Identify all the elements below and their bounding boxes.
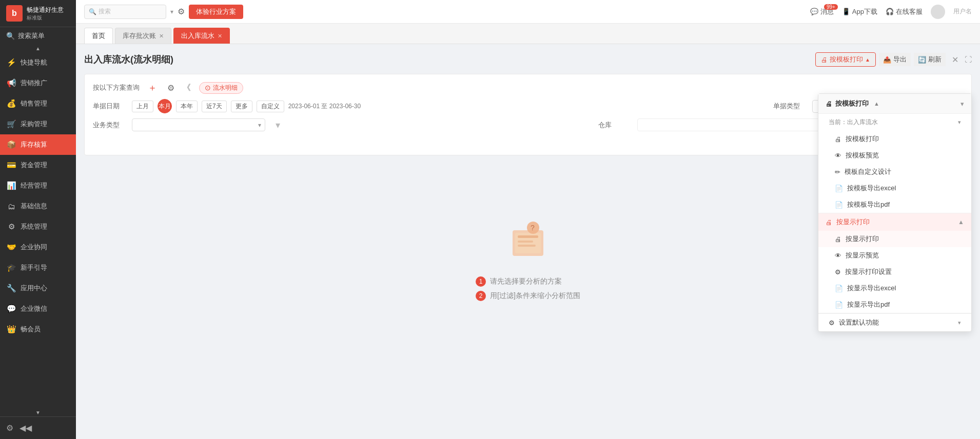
dropdown-item-template-excel[interactable]: 📄 按模板导出excel	[818, 180, 971, 196]
maximize-btn[interactable]: ⛶	[965, 55, 972, 64]
sidebar-item-marketing[interactable]: 📢 营销推广	[0, 73, 76, 93]
dropdown-item-display-preview[interactable]: 👁 按显示预览	[818, 247, 971, 264]
collapse-sidebar-icon[interactable]: ◀◀	[19, 423, 32, 433]
wecom-icon: 💬	[6, 304, 16, 314]
settings-icon[interactable]: ⚙	[6, 423, 13, 433]
tabs-bar: 首页 库存批次账 ✕ 出入库流水 ✕	[76, 24, 980, 44]
dropdown-item-template-preview[interactable]: 👁 按模板预览	[818, 147, 971, 164]
logo-text: 畅捷通好生意 标准版	[27, 6, 64, 22]
tab-flow-label: 出入库流水	[181, 31, 214, 41]
refresh-btn[interactable]: 🔄 刷新	[914, 53, 946, 66]
filter-row-1: 按以下方案查询 ＋ ⚙ 《 ⊙ 流水明细	[93, 82, 963, 94]
topbar-search-box[interactable]: 🔍 搜索	[84, 5, 166, 19]
service-icon: 🎧	[886, 8, 894, 15]
tab-batch[interactable]: 库存批次账 ✕	[115, 28, 171, 44]
date-btn-last-month[interactable]: 上月	[132, 101, 153, 112]
topbar-gear-icon[interactable]: ⚙	[178, 7, 185, 16]
sidebar-item-shortcut[interactable]: ⚡ 快捷导航	[0, 52, 76, 73]
message-btn[interactable]: 💬 消息 99+	[810, 7, 834, 16]
sidebar-item-enterprise[interactable]: 🤝 企业协同	[0, 237, 76, 257]
dropdown-display-header[interactable]: 🖨 按显示打印 ▲	[818, 213, 971, 231]
dropdown-arrow-up: ▲	[874, 101, 879, 107]
topbar-search-icon: 🔍	[89, 8, 96, 15]
page-header: 出入库流水(流水明细) 🖨 按模板打印 ▲ 📤 导出 🔄 刷新	[84, 52, 972, 67]
sidebar-item-label: 新手引导	[21, 263, 47, 272]
date-btn-this-year[interactable]: 本年	[176, 101, 198, 112]
close-panel-btn[interactable]: ✕	[952, 55, 958, 65]
app-download-btn[interactable]: 📱 App下载	[842, 7, 877, 16]
scroll-up[interactable]: ▲	[0, 45, 76, 52]
dropdown-item-display-settings[interactable]: ⚙ 按显示打印设置	[818, 264, 971, 280]
date-btn-custom[interactable]: 自定义	[257, 101, 284, 112]
current-label-text: 当前：出入库流水	[829, 118, 878, 127]
dropdown-item-display-print[interactable]: 🖨 按显示打印	[818, 231, 971, 247]
user-avatar[interactable]	[931, 5, 945, 19]
sidebar: b 畅捷通好生意 标准版 🔍 搜索菜单 ▲ ⚡ 快捷导航 📢 营销推广 💰 销售…	[0, 0, 76, 439]
date-btn-more[interactable]: 更多	[231, 101, 252, 112]
tab-flow[interactable]: 出入库流水 ✕	[173, 28, 230, 44]
sidebar-bottom: ⚙ ◀◀	[0, 416, 76, 439]
sidebar-item-wecom[interactable]: 💬 企业微信	[0, 298, 76, 319]
empty-steps: 1 请先选择要分析的方案 2 用[过滤]条件来缩小分析范围	[476, 276, 580, 301]
default-func-icon: ⚙	[829, 319, 835, 327]
sidebar-item-sales[interactable]: 💰 销售管理	[0, 93, 76, 114]
topbar-dropdown-arrow[interactable]: ▾	[170, 8, 173, 15]
dropdown-item-default-func[interactable]: ⚙ 设置默认功能 ▾	[818, 313, 971, 331]
sidebar-item-member[interactable]: 👑 畅会员	[0, 319, 76, 340]
filter-collapse-btn[interactable]: 《	[183, 83, 191, 93]
sidebar-item-finance[interactable]: 💳 资金管理	[0, 155, 76, 175]
biz-select[interactable]	[132, 118, 265, 131]
tab-home[interactable]: 首页	[84, 28, 113, 44]
sidebar-item-operation[interactable]: 📊 经营管理	[0, 175, 76, 196]
dropdown-item-template-customize[interactable]: ✏ 模板自定义设计	[818, 164, 971, 180]
message-icon: 💬	[810, 8, 818, 15]
filter-tag[interactable]: ⊙ 流水明细	[199, 82, 243, 94]
tab-batch-label: 库存批次账	[123, 31, 156, 41]
display-section-icon: 🖨	[826, 218, 832, 226]
export-label: 导出	[893, 55, 907, 64]
display-section-label: 按显示打印	[836, 217, 870, 227]
service-btn[interactable]: 🎧 在线客服	[886, 7, 923, 16]
tab-batch-close[interactable]: ✕	[159, 33, 164, 39]
message-badge: 99+	[824, 4, 838, 10]
purchase-icon: 🛒	[6, 119, 16, 129]
export-btn[interactable]: 📤 导出	[879, 53, 911, 66]
date-btn-7days[interactable]: 近7天	[202, 101, 227, 112]
filter-setting-btn[interactable]: ⚙	[167, 83, 174, 93]
dropdown-current-label: 当前：出入库流水 ▾	[818, 114, 971, 131]
sidebar-search[interactable]: 🔍 搜索菜单	[0, 27, 76, 45]
shortcut-icon: ⚡	[6, 57, 16, 68]
sidebar-item-purchase[interactable]: 🛒 采购管理	[0, 114, 76, 134]
sidebar-item-appcenter[interactable]: 🔧 应用中心	[0, 278, 76, 298]
sidebar-item-label: 采购管理	[21, 119, 47, 129]
display-section-arrow: ▲	[958, 218, 964, 226]
date-btn-this-month[interactable]: 本月	[158, 99, 172, 113]
dropdown-header-close[interactable]: ▾	[961, 100, 964, 108]
display-preview-icon: 👁	[835, 252, 841, 260]
sidebar-item-basic[interactable]: 🗂 基础信息	[0, 196, 76, 216]
sidebar-item-guide[interactable]: 🎓 新手引导	[0, 257, 76, 278]
sidebar-item-label: 销售管理	[21, 99, 47, 108]
display-settings-label: 按显示打印设置	[845, 267, 892, 276]
tab-flow-close[interactable]: ✕	[218, 33, 222, 39]
member-icon: 👑	[6, 324, 16, 334]
user-name[interactable]: 用户名	[953, 7, 972, 16]
dropdown-item-template-pdf[interactable]: 📄 按模板导出pdf	[818, 196, 971, 213]
filter-add-btn[interactable]: ＋	[148, 82, 157, 94]
print-btn[interactable]: 🖨 按模板打印 ▲	[815, 52, 876, 67]
template-excel-label: 按模板导出excel	[847, 184, 896, 193]
logo-icon: b	[6, 5, 23, 22]
dropdown-item-display-excel[interactable]: 📄 按显示导出excel	[818, 280, 971, 296]
sidebar-item-inventory[interactable]: 📦 库存核算	[0, 134, 76, 155]
biz-chevron[interactable]: ▾	[276, 119, 280, 131]
industry-btn[interactable]: 体验行业方案	[189, 5, 243, 19]
sidebar-item-system[interactable]: ⚙ 系统管理	[0, 216, 76, 237]
filter-tag-icon: ⊙	[205, 84, 211, 92]
topbar: 🔍 搜索 ▾ ⚙ 体验行业方案 💬 消息 99+ 📱 App下载 🎧 在线客服 …	[76, 0, 980, 24]
scroll-down[interactable]: ▼	[0, 409, 76, 416]
dropdown-item-display-pdf[interactable]: 📄 按显示导出pdf	[818, 296, 971, 313]
sidebar-search-label: 搜索菜单	[18, 31, 45, 41]
print-arrow: ▲	[865, 57, 870, 63]
dropdown-print-icon: 🖨	[826, 100, 832, 108]
dropdown-item-template-print[interactable]: 🖨 按模板打印	[818, 131, 971, 147]
